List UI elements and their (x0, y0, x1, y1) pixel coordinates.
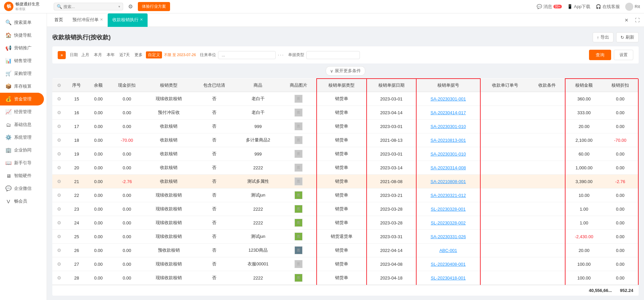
filter-counterparty-group: 往来单位 ··· (200, 51, 284, 59)
cell-voucher-no[interactable]: SA-20230301-001 (416, 92, 480, 106)
cell-settings[interactable]: ⚙ (52, 257, 66, 271)
gear-icon[interactable]: ⚙ (57, 110, 61, 115)
more-opt[interactable]: 更多 (133, 51, 144, 58)
gear-icon[interactable]: ⚙ (57, 220, 61, 225)
gear-icon[interactable]: ⚙ (57, 261, 61, 267)
sidebar-item-sales[interactable]: 📊 销售管理 (0, 54, 47, 67)
counterparty-input[interactable] (218, 51, 276, 59)
search-bar[interactable]: 🔍 ▾ (54, 3, 123, 10)
voucher-type-select[interactable] (306, 51, 360, 59)
online-service-btn[interactable]: 🎧 在线客服 (596, 4, 620, 10)
cell-settings[interactable]: ⚙ (52, 271, 66, 285)
gear-icon[interactable]: ⚙ (57, 248, 61, 253)
tab-writeoff[interactable]: 收款核销执行 ✕ (108, 13, 148, 27)
expand-btn[interactable]: ∨ 展开更多条件 (326, 66, 365, 76)
close-icon[interactable]: ✕ (100, 17, 103, 22)
gear-icon[interactable]: ⚙ (57, 137, 61, 143)
custom-opt[interactable]: 自定义 (146, 51, 162, 58)
cell-settings[interactable]: ⚙ (52, 161, 66, 175)
gear-icon[interactable]: ⚙ (57, 234, 61, 239)
cell-settings[interactable]: ⚙ (52, 202, 66, 216)
query-btn[interactable]: 查询 (589, 50, 611, 60)
refresh-btn[interactable]: ↻ 刷新 (616, 32, 639, 42)
gear-icon[interactable]: ⚙ (57, 83, 61, 88)
cell-voucher-no[interactable]: SA-20230321-012 (416, 188, 480, 202)
gear-icon[interactable]: ⚙ (57, 179, 61, 184)
cell-voucher-no[interactable]: SA-20230331-026 (416, 230, 480, 244)
cell-settings[interactable]: ⚙ (52, 120, 66, 133)
gear-icon[interactable]: ⚙ (57, 206, 61, 212)
cell-settings[interactable]: ⚙ (52, 175, 66, 188)
last7-opt[interactable]: 近7天 (118, 51, 131, 58)
sidebar-item-marketing[interactable]: 📢 营销推广 (0, 42, 47, 54)
user-info[interactable]: Rit (625, 3, 640, 11)
this-month-opt[interactable]: 本月 (93, 51, 103, 58)
cell-voucher-no[interactable]: SA-20230301-010 (416, 147, 480, 161)
sidebar-item-enterprise[interactable]: 🏢 企业协同 (0, 144, 47, 157)
search-input[interactable] (63, 4, 117, 9)
cell-voucher-no[interactable]: SA-20210813-001 (416, 133, 480, 147)
sidebar-item-purchase[interactable]: 🛒 采购管理 (0, 67, 47, 80)
cell-voucher-no[interactable]: SA-20230301-010 (416, 120, 480, 133)
cell-writeoff-discount: 0.00 (602, 92, 638, 106)
gear-icon[interactable]: ⚙ (57, 275, 61, 281)
cell-settings[interactable]: ⚙ (52, 244, 66, 257)
date-label: 日期 (70, 52, 78, 58)
export-btn[interactable]: ↑ 导出 (593, 32, 614, 42)
sidebar-item-finance[interactable]: 💰 资金管理 (0, 93, 44, 105)
tab-prepay[interactable]: 预付冲应付单 ✕ (68, 13, 108, 27)
maximize-btn[interactable]: ⛶ (633, 16, 641, 24)
cell-settings[interactable]: ⚙ (52, 230, 66, 244)
sidebar-item-guide[interactable]: 📖 新手引导 (0, 157, 47, 169)
gear-icon[interactable]: ⚙ (57, 192, 61, 198)
cell-voucher-no[interactable]: SA-20230314-008 (416, 161, 480, 175)
cell-voucher-no[interactable]: SA-20210808-001 (416, 175, 480, 188)
cell-voucher-no[interactable]: SL-20230418-001 (416, 271, 480, 285)
cell-product-image: 图 (281, 271, 317, 285)
gear-icon[interactable]: ⚙ (57, 96, 61, 101)
cell-voucher-no[interactable]: ABC-001 (416, 244, 480, 257)
cell-voucher-no[interactable]: SL-20230328-002 (416, 216, 480, 230)
cell-voucher-no[interactable]: SL-20230408-001 (416, 257, 480, 271)
last-month-opt[interactable]: 上月 (80, 51, 91, 58)
sidebar-item-quicknav[interactable]: 🏠 快捷导航 (0, 29, 47, 42)
sidebar-item-member[interactable]: V 畅会员 (0, 195, 47, 208)
sidebar-item-basic[interactable]: 🗂 基础信息 (0, 118, 47, 131)
tab-home[interactable]: 首页 (50, 13, 68, 27)
sidebar-item-inventory[interactable]: 📦 库存核算 (0, 80, 47, 93)
industry-btn[interactable]: 体验行业方案 (138, 2, 170, 11)
close-icon[interactable]: ✕ (140, 17, 143, 22)
filter-toggle-btn[interactable]: » (58, 51, 66, 59)
cell-settings[interactable]: ⚙ (52, 92, 66, 106)
cell-settings[interactable]: ⚙ (52, 216, 66, 230)
sidebar-item-system[interactable]: ⚙️ 系统管理 (0, 131, 47, 144)
cell-product-image: 图 (281, 216, 317, 230)
app-download-btn[interactable]: 📱 App下载 (567, 4, 590, 10)
cell-voucher-no[interactable]: SL-20230328-001 (416, 202, 480, 216)
gear-button[interactable]: ⚙ (126, 2, 135, 11)
gear-icon[interactable]: ⚙ (57, 151, 61, 157)
this-year-opt[interactable]: 本年 (105, 51, 116, 58)
sidebar-item-hardware[interactable]: 🖥 智能硬件 (0, 169, 47, 182)
cell-cash-discount: 0.00 (109, 161, 145, 175)
close-window-btn[interactable]: ✕ (623, 16, 631, 24)
cell-receipt-condition (529, 147, 565, 161)
cell-settings[interactable]: ⚙ (52, 106, 66, 120)
sidebar-item-wechat[interactable]: 💬 企业微信 (0, 182, 47, 195)
sidebar-item-search[interactable]: 🔍 搜索菜单 (0, 16, 47, 29)
cell-voucher-no[interactable]: SA-20230414-017 (416, 106, 480, 120)
settings-btn[interactable]: 设置 (614, 50, 633, 60)
refresh-icon: ↻ (621, 35, 624, 40)
col-settings[interactable]: ⚙ (52, 79, 66, 92)
gear-icon[interactable]: ⚙ (57, 165, 61, 170)
cell-receipt-condition (529, 161, 565, 175)
messages-btn[interactable]: 💬 消息 99+ (537, 4, 562, 10)
sales-icon: 📊 (5, 58, 11, 64)
cell-settings[interactable]: ⚙ (52, 188, 66, 202)
cell-voucher-date: 2023-04-14 (367, 106, 416, 120)
cell-settings[interactable]: ⚙ (52, 147, 66, 161)
cell-writeoff-type: 现续收款核销 (145, 216, 193, 230)
gear-icon[interactable]: ⚙ (57, 124, 61, 129)
cell-settings[interactable]: ⚙ (52, 133, 66, 147)
sidebar-item-operation[interactable]: 📈 经营管理 (0, 105, 47, 118)
